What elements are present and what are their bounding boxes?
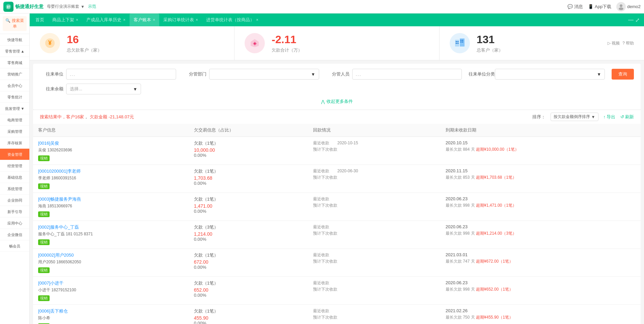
balance-select[interactable]: 选择... ▼ (66, 84, 141, 94)
dept-select[interactable]: ▼ (209, 69, 319, 80)
export-btn[interactable]: ↑ 导出 (604, 114, 616, 120)
overdue-days: 最长欠款 747 天 (446, 259, 476, 264)
tab-minimize-btn[interactable]: — (628, 17, 634, 23)
overdue-link[interactable]: 超期¥1,471.00（1笔） (476, 203, 516, 208)
sidebar-item-member[interactable]: 会员中心 (0, 80, 29, 91)
source-unit-input[interactable]: ... (66, 69, 176, 80)
overdue-link[interactable]: 超期¥455.90（1笔） (476, 315, 513, 320)
customer-name-link[interactable]: [000002]用户2050 (38, 252, 184, 258)
search-btn[interactable]: 查询 (612, 69, 634, 80)
tab-home[interactable]: 首页 (31, 13, 48, 26)
td-customer-info: [0003]畅捷服务尹海燕 海燕 18513066976 现销 (33, 193, 189, 221)
sidebar-item-retail-mgmt[interactable]: 零售管理 ▲ (0, 46, 29, 57)
message-btn[interactable]: 💬 消息 (567, 4, 583, 10)
overdue-link[interactable]: 超期¥10,000.00（1笔） (476, 147, 519, 152)
customer-name-link[interactable]: [0016]吴俊 (38, 140, 184, 146)
td-customer-info: [0016]吴俊 吴俊 13026203696 现销 (33, 137, 189, 165)
sidebar-item-vip[interactable]: 畅会员 (0, 240, 29, 252)
collapse-btn[interactable]: ⋀ 收起更多条件 (40, 98, 634, 105)
debt-amount[interactable]: 1,471.00 (194, 203, 303, 209)
sidebar-item-operation[interactable]: 经营管理 (0, 160, 29, 172)
td-payment-status: 最近收款 预计下次收款 (308, 277, 441, 305)
sidebar-item-ecommerce[interactable]: 电商管理 (0, 114, 29, 126)
td-debt-info: 欠款（1笔） 10,000.00 0.00% (189, 137, 308, 165)
debt-amount[interactable]: 10,000.00 (194, 147, 303, 153)
sidebar-item-basic[interactable]: 基础信息 (0, 172, 29, 183)
view-video-btn[interactable]: ▷ 视频 (608, 40, 620, 46)
sidebar-item-app-center[interactable]: 应用中心 (0, 217, 29, 229)
refresh-btn[interactable]: ↺ 刷新 (620, 114, 634, 120)
help-label: 帮助 (626, 40, 634, 46)
stat-info-debt-customers: 16 总欠款客户（家） (67, 33, 224, 53)
filter-row-1: 往来单位 ... 分管部门 ▼ (40, 69, 634, 80)
customer-name-link[interactable]: [00010200001]李老师 (38, 168, 184, 174)
sidebar-item-guide[interactable]: 新手引导 (0, 206, 29, 217)
overdue-link[interactable]: 超期¥672.00（1笔） (476, 259, 513, 264)
customer-name-link[interactable]: [0002]服务中心_丁磊 (38, 224, 184, 230)
sidebar-item-wx[interactable]: 企业微信 (0, 229, 29, 240)
tab-maximize-btn[interactable]: ⤢ (635, 17, 640, 23)
td-payment-status: 最近收款 预计下次收款 (308, 193, 441, 221)
collapse-label: 收起更多条件 (327, 98, 353, 105)
table-container: 客户信息 欠交易信息（占比） 回款情况 到期未收款日期 [0016]吴俊 吴俊 … (33, 124, 641, 324)
overdue-link[interactable]: 超期¥652.00（1笔） (476, 287, 513, 292)
customer-phone: 用户2050 18665062050 (38, 259, 184, 265)
tab-purchase-stats[interactable]: 进货单统计表（按商品） × (202, 13, 262, 26)
last-payment-label: 最近收款 (313, 224, 436, 230)
unit-type-select[interactable]: ▼ (495, 69, 605, 80)
tab-produce[interactable]: 产成品入库单历史 × (82, 13, 130, 26)
tab-products[interactable]: 商品上下架 × (48, 13, 82, 26)
top-bar-left: 好 畅捷通好生意 母婴行业演示账套 ▼ 示范 (3, 2, 96, 12)
sort-label-text: 排序： (532, 114, 545, 120)
overdue-days: 最长欠款 998 天 (446, 231, 476, 236)
overdue-link[interactable]: 超期¥1,214.00（3笔） (476, 231, 516, 236)
sort-select[interactable]: 按欠款金额倒序排序 ▼ (551, 113, 598, 121)
debt-amount[interactable]: 652.00 (194, 287, 303, 293)
stat-label-total-customers: 总客户（家） (477, 47, 601, 53)
user-profile[interactable]: demo2 (616, 2, 641, 11)
tab-customer-account-close[interactable]: × (153, 18, 155, 22)
stat-right-links: ▷ 视频 ? 帮助 (608, 40, 634, 46)
company-name: 母婴行业演示账套 (47, 4, 79, 9)
debt-amount[interactable]: 672.00 (194, 259, 303, 265)
debt-amount[interactable]: 1,214.00 (194, 231, 303, 237)
td-debt-info: 欠款（1笔） 1,703.68 0.00% (189, 165, 308, 193)
sidebar-item-purchase[interactable]: 采购管理 (0, 126, 29, 137)
main-layout: 🔍 搜索菜单 快捷导航 零售管理 ▲ 零售商城 营销推广 会员中心 零售统计 (0, 13, 644, 324)
app-download-btn[interactable]: 📱 App下载 (588, 4, 611, 10)
debt-amount[interactable]: 1,703.68 (194, 175, 303, 181)
customer-name-link[interactable]: [0003]畅捷服务尹海燕 (38, 196, 184, 202)
sidebar-item-retail-stats[interactable]: 零售统计 (0, 91, 29, 103)
sidebar-item-enterprise[interactable]: 企业协同 (0, 195, 29, 206)
customer-name-link[interactable]: [0007]小进干 (38, 280, 184, 286)
customer-name-link[interactable]: [0006]丢下粮仓 (38, 308, 184, 314)
sidebar-toggle[interactable]: 示范 (88, 4, 96, 9)
sidebar-item-quick-nav[interactable]: 快捷导航 (0, 34, 29, 46)
tab-purchase-order[interactable]: 采购订单统计表 × (159, 13, 202, 26)
company-selector[interactable]: 母婴行业演示账套 ▼ (47, 4, 85, 9)
tab-customer-account[interactable]: 客户账本 × (130, 13, 159, 26)
sidebar-item-inventory[interactable]: 库存核算 (0, 137, 29, 149)
sidebar-item-finance[interactable]: 资金管理 (0, 149, 29, 160)
sidebar-item-retail-store[interactable]: 零售商城 (0, 57, 29, 68)
help-btn[interactable]: ? 帮助 (622, 40, 634, 46)
balance-dropdown-icon: ▼ (133, 87, 137, 92)
tab-purchase-stats-close[interactable]: × (256, 18, 258, 22)
tab-purchase-order-close[interactable]: × (196, 18, 198, 22)
sidebar-item-system[interactable]: 系统管理 (0, 183, 29, 195)
tab-produce-close[interactable]: × (123, 18, 125, 22)
sidebar-item-batch-mgmt[interactable]: 批发管理 ▼ (0, 103, 29, 114)
overdue-days: 最长欠款 750 天 (446, 315, 476, 320)
search-menu-btn[interactable]: 🔍 搜索菜单 (3, 16, 27, 31)
filter-item-source-unit: 往来单位 ... (40, 69, 176, 80)
tab-purchase-stats-label: 进货单统计表（按商品） (206, 17, 254, 23)
result-bar: 搜索结果中，客户16家， 欠款金额 -21,148.07元 排序： 按欠款金额倒… (33, 110, 641, 124)
person-input[interactable]: ... (352, 69, 462, 80)
dept-dropdown-icon: ▼ (311, 72, 315, 77)
unit-type-dropdown-icon: ▼ (597, 72, 601, 77)
sidebar-item-marketing[interactable]: 营销推广 (0, 68, 29, 80)
svg-rect-12 (456, 43, 457, 44)
debt-amount[interactable]: 455.90 (194, 315, 303, 321)
tab-products-close[interactable]: × (76, 18, 78, 22)
overdue-link[interactable]: 超期¥1,703.68（1笔） (476, 175, 516, 180)
